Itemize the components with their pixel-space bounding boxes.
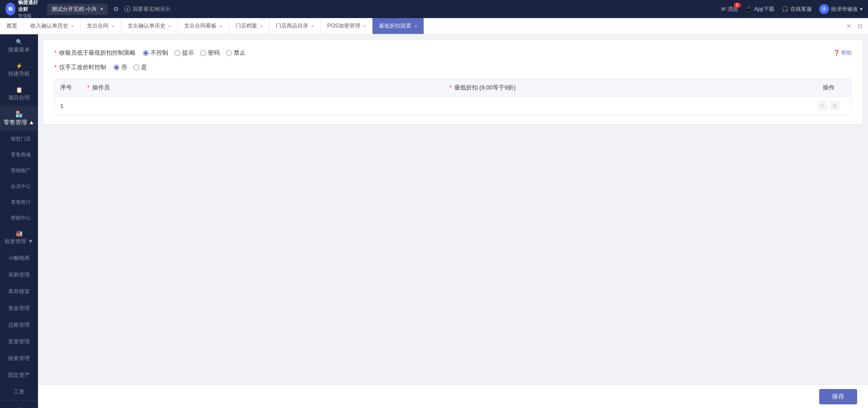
radio-pwd[interactable]: [200, 50, 206, 56]
th-seq: 序号: [55, 79, 82, 96]
marketing-label: 营销推广: [11, 167, 31, 174]
table-header: 序号 * 操作员 * 最低折扣 (9.00等于9折) 操作: [55, 79, 851, 97]
sidebar-item-inventory[interactable]: 库存核算: [0, 283, 38, 300]
tab-pos-pwd-close[interactable]: ×: [363, 23, 366, 29]
sidebar-item-wholesale-mgmt[interactable]: 🏭 批发管理 ▼: [0, 226, 38, 250]
tab-payment-contract-close[interactable]: ×: [111, 23, 114, 29]
radio-ban[interactable]: [226, 50, 232, 56]
logo-icon: 畅: [5, 3, 15, 15]
tab-payment-board-label: 支出合同看板: [184, 22, 217, 30]
sidebar-item-project-contract[interactable]: 📋 项目合同: [0, 82, 38, 106]
sidebar-item-marketing[interactable]: 营销推广: [0, 163, 38, 178]
sidebar-item-help-center[interactable]: 帮助中心: [0, 210, 38, 226]
settings-gear-icon: ⚙: [16, 406, 22, 408]
sidebar-bottom: ⚙: [0, 400, 38, 408]
ledger-mgmt-label: 总账管理: [8, 321, 30, 329]
option-ban[interactable]: 禁止: [226, 49, 245, 57]
td-operator-1: [82, 102, 444, 109]
radio-hint[interactable]: [175, 50, 180, 56]
manual-option-yes[interactable]: 是: [133, 63, 147, 71]
settings-icon-btn[interactable]: ⚙: [113, 5, 119, 13]
project-name: 测试分开完程-小兴: [52, 5, 97, 13]
sidebar-item-fixed-assets[interactable]: 固定资产: [0, 367, 38, 384]
sidebar-settings-btn[interactable]: ⚙: [0, 401, 38, 408]
tab-payment-board[interactable]: 支出合同看板 ×: [178, 18, 229, 34]
page-content: * 收银员低于最低折扣控制策略 不控制 提示: [38, 34, 868, 385]
sidebar-item-tax-mgmt[interactable]: 税务管理: [0, 350, 38, 367]
avatar: 徐: [819, 4, 829, 14]
online-service-btn[interactable]: 🎧 在线客服: [782, 5, 812, 13]
radio-manual-yes[interactable]: [133, 65, 139, 70]
sidebar-item-small-ecom[interactable]: 小畅电商: [0, 250, 38, 267]
app-download-btn[interactable]: 📱 App下载: [745, 5, 774, 13]
tab-home[interactable]: 首页: [0, 18, 24, 34]
option-none[interactable]: 不控制: [143, 49, 168, 57]
sidebar-item-invoice-mgmt[interactable]: 发票管理: [0, 333, 38, 350]
tab-payment-contract[interactable]: 支出合同 ×: [80, 18, 121, 34]
radio-manual-no[interactable]: [113, 65, 119, 70]
tab-store-product[interactable]: 门店商品目录 ×: [269, 18, 321, 34]
edit-btn-1[interactable]: ✎: [817, 101, 827, 111]
manual-price-row: * 仅手工改价时控制 否 是: [54, 63, 852, 71]
tab-store-product-close[interactable]: ×: [311, 23, 314, 29]
discount-policy-label: * 收银员低于最低折扣控制策略: [54, 49, 136, 57]
tab-income-confirm[interactable]: 收入确认单历史 ×: [24, 18, 80, 34]
tab-store-product-label: 门店商品目录: [276, 22, 308, 30]
tab-min-discount-close[interactable]: ×: [414, 23, 417, 29]
radio-none[interactable]: [143, 50, 149, 56]
message-btn[interactable]: ✉ 消息 8: [721, 5, 738, 13]
tab-actions: ✕ ⊟: [841, 22, 868, 30]
sidebar-retail-label: 零售管理 ▲: [4, 118, 34, 127]
sidebar-item-member-center[interactable]: 会员中心: [0, 178, 38, 194]
tab-payment-confirm-close[interactable]: ×: [168, 23, 171, 29]
sidebar-item-purchase-mgmt[interactable]: 采购管理: [0, 267, 38, 283]
tab-income-confirm-close[interactable]: ×: [71, 23, 74, 29]
table-body: 1 ✎ 🗑: [55, 97, 851, 115]
sidebar-project-label: 项目合同: [8, 94, 30, 102]
tab-payment-confirm[interactable]: 支出确认单历史 ×: [121, 18, 178, 34]
sidebar-search-label: 搜索菜单: [8, 46, 30, 54]
sidebar-item-retail-mall[interactable]: 零售商城: [0, 147, 38, 163]
tab-pos-pwd[interactable]: POS加密管理 ×: [321, 18, 373, 34]
purchase-mgmt-label: 采购管理: [8, 271, 30, 279]
tab-min-discount-label: 最低折扣设置: [379, 22, 411, 30]
logo-area: 畅 畅捷通好业财 专业版: [5, 0, 42, 19]
sidebar: 🔍 搜索菜单 ⚡ 快捷导航 📋 项目合同 🏪 零售管理 ▲ 智慧门店 零售商城 …: [0, 34, 38, 408]
sidebar-item-retail-mgmt[interactable]: 🏪 零售管理 ▲: [0, 106, 38, 131]
user-area[interactable]: 徐 徐泽华修改 ▾: [819, 4, 863, 14]
help-center-label: 帮助中心: [11, 215, 31, 221]
demo-link-text: 我要看实例演示: [132, 5, 170, 13]
sidebar-item-retail-stats[interactable]: 零售统计: [0, 194, 38, 210]
th-actions: 操作: [806, 79, 851, 96]
required-star-2: *: [54, 64, 57, 70]
retail-icon: 🏪: [15, 111, 23, 117]
question-icon: ❓: [833, 50, 840, 56]
discount-table: 序号 * 操作员 * 最低折扣 (9.00等于9折) 操作: [54, 79, 852, 115]
project-selector[interactable]: 测试分开完程-小兴 ▾: [47, 4, 108, 15]
option-hint[interactable]: 提示: [175, 49, 194, 57]
sidebar-item-salary[interactable]: 工资: [0, 384, 38, 400]
discount-policy-options: 不控制 提示 密码 禁止: [143, 49, 245, 57]
help-link[interactable]: ❓ 帮助: [833, 49, 852, 57]
user-dropdown-icon: ▾: [860, 6, 863, 12]
tab-min-discount[interactable]: 最低折扣设置 ×: [373, 18, 424, 34]
option-pwd[interactable]: 密码: [200, 49, 220, 57]
tab-store-file-close[interactable]: ×: [260, 23, 263, 29]
tab-close-btn[interactable]: ✕: [844, 22, 853, 30]
save-button[interactable]: 保存: [819, 389, 857, 404]
sidebar-item-ledger-mgmt[interactable]: 总账管理: [0, 317, 38, 333]
tab-menu-btn[interactable]: ⊟: [856, 22, 864, 30]
tab-payment-board-close[interactable]: ×: [219, 23, 222, 29]
manual-option-no[interactable]: 否: [113, 63, 127, 71]
sidebar-item-search[interactable]: 🔍 搜索菜单: [0, 34, 38, 58]
discount-policy-row: * 收银员低于最低折扣控制策略 不控制 提示: [54, 49, 852, 57]
demo-link[interactable]: ● 我要看实例演示: [124, 5, 170, 13]
sidebar-item-smart-store[interactable]: 智慧门店: [0, 131, 38, 147]
sidebar-item-fund-mgmt[interactable]: 资金管理: [0, 300, 38, 317]
sidebar-item-quicknav[interactable]: ⚡ 快捷导航: [0, 58, 38, 82]
tab-store-file[interactable]: 门店档案 ×: [229, 18, 269, 34]
th-discount: * 最低折扣 (9.00等于9折): [444, 79, 806, 96]
required-star-1: *: [54, 49, 57, 56]
retail-mall-label: 零售商城: [11, 151, 31, 158]
delete-btn-1[interactable]: 🗑: [830, 101, 840, 111]
